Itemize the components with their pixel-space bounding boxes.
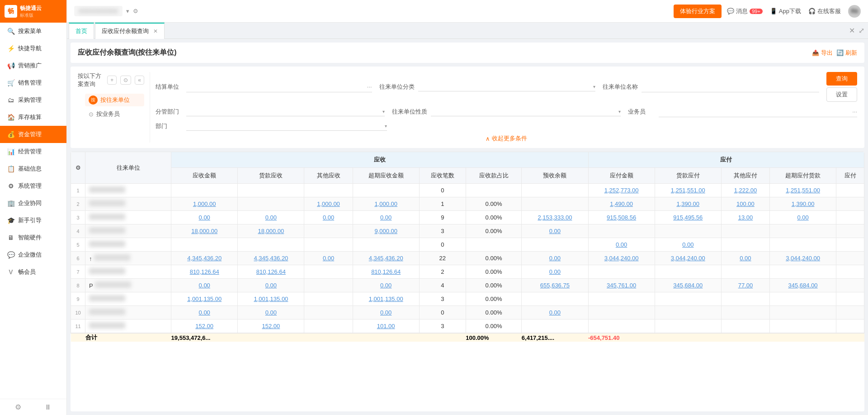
tab-close-icon[interactable]: ✕	[153, 28, 158, 34]
tab-ar-ap[interactable]: 应收应付余额查询 ✕	[95, 23, 165, 39]
data-table: ⚙ 往来单位 应收 应付 应收金额 货款应收 其他应收 超期应收金额 应收笔数 …	[71, 152, 864, 342]
filter-scheme-by-unit[interactable]: 按 按往来单位	[85, 94, 144, 106]
search-icon: 🔍	[7, 28, 14, 35]
wechat-icon: 💬	[7, 251, 14, 258]
service-icon: 🎧	[808, 8, 816, 14]
filter-field-dept: 分管部门 ▾	[156, 107, 385, 116]
chevron-down-nature-icon: ▾	[618, 109, 621, 114]
salesperson-input[interactable]	[659, 108, 852, 115]
refresh-btn[interactable]: 🔄 刷新	[836, 49, 857, 57]
refresh-icon: 🔄	[836, 49, 844, 56]
messages-btn[interactable]: 💬 消息 99+	[727, 7, 763, 15]
table-row: 30.000.000.000.0090.00%2,153,333.00915,5…	[71, 211, 864, 224]
settlement-unit-input[interactable]	[186, 83, 367, 90]
filter-add-btn[interactable]: +	[107, 76, 117, 85]
user-avatar[interactable]: Rit	[848, 5, 861, 18]
logo: 畅 畅捷通云 标准版	[0, 0, 66, 23]
export-btn[interactable]: 📤 导出	[812, 49, 833, 57]
online-service-btn[interactable]: 🎧 在线客服	[808, 7, 841, 15]
guide-icon: 🎓	[7, 217, 14, 224]
logo-icon: 畅	[5, 5, 17, 18]
member-icon: V	[7, 268, 14, 276]
filter-schemes: 按 按往来单位 ⊙ 按业务员	[85, 94, 144, 120]
sidebar-item-basic[interactable]: 📋 基础信息	[0, 160, 66, 177]
filter-row-1: 结算单位 ··· 往来单位分类 ▾	[156, 72, 857, 102]
corp-icon: 🏢	[7, 200, 14, 207]
sidebar-item-purchase[interactable]: 🗂 采购管理	[0, 91, 66, 109]
page-header: 应收应付余额查询(按往来单位) 📤 导出 🔄 刷新	[71, 43, 864, 63]
table-row: 8P0.000.000.0040.00%655,636.75345,761.00…	[71, 279, 864, 292]
tab-actions: ✕ ⤢	[849, 26, 868, 35]
salesperson-dots[interactable]: ···	[852, 108, 857, 115]
gear-icon[interactable]: ⚙	[133, 8, 138, 14]
filter-scheme-by-staff[interactable]: ⊙ 按业务员	[85, 108, 144, 120]
table-row: 91,001,135.001,001,135.001,001,135.0030.…	[71, 292, 864, 306]
filter-left: 按以下方案查询 + ⊙ « 按 按往来单位 ⊙ 按业务员	[78, 72, 150, 143]
tab-home[interactable]: 首页	[69, 23, 94, 39]
table-row: 11152.00152.00101.0030.00%	[71, 320, 864, 334]
filter-row-3: 部门 ▾	[156, 122, 857, 131]
dept-select[interactable]: ▾	[186, 107, 385, 116]
sidebar-item-hardware[interactable]: 🖥 智能硬件	[0, 229, 66, 246]
footer-ar-amount: 19,553,472,6...	[171, 333, 238, 342]
app-download-btn[interactable]: 📱 App下载	[770, 7, 801, 15]
finance-icon: 💰	[7, 131, 14, 138]
filter-field-unit-nature: 往来单位性质 ▾	[392, 107, 621, 116]
industry-btn[interactable]: 体验行业方案	[674, 5, 722, 18]
settings-icon: ⚙	[75, 164, 81, 171]
subdept-select[interactable]: ▾	[186, 122, 387, 131]
collapse-more-btn[interactable]: ∧ 收起更多条件	[156, 134, 857, 143]
footer-label: 合计	[85, 333, 171, 342]
close-window-icon[interactable]: ✕	[849, 26, 855, 35]
settlement-unit-dots[interactable]: ···	[367, 83, 372, 90]
dropdown-icon[interactable]: ▾	[126, 8, 129, 14]
logo-text: 畅捷通云 标准版	[20, 5, 42, 19]
collapse-sidebar-icon[interactable]: ⏸	[44, 403, 52, 411]
main-area: XXXXXXXXXX ▾ ⚙ 体验行业方案 💬 消息 99+ 📱 App下载 🎧…	[67, 0, 868, 415]
sidebar-item-finance[interactable]: 💰 资金管理	[0, 126, 66, 143]
sidebar-item-operation[interactable]: 📊 经营管理	[0, 143, 66, 160]
sidebar-item-guide[interactable]: 🎓 新手引导	[0, 212, 66, 229]
sidebar-item-wechat[interactable]: 💬 企业微信	[0, 246, 66, 263]
table-row: 500.000.00	[71, 238, 864, 252]
filter-field-unit-name: 往来单位名称	[603, 81, 819, 92]
page-title: 应收应付余额查询(按往来单位)	[78, 48, 177, 57]
maximize-icon[interactable]: ⤢	[859, 26, 864, 35]
sidebar-item-corp[interactable]: 🏢 企业协同	[0, 195, 66, 212]
sidebar-item-quick[interactable]: ⚡ 快捷导航	[0, 40, 66, 57]
footer-ap-amount: -654,751.40	[588, 333, 655, 342]
sidebar-item-marketing[interactable]: 📢 营销推广	[0, 57, 66, 74]
settings-bottom-icon[interactable]: ⚙	[15, 403, 21, 411]
table-row: 6↑4,345,436.204,345,436.200.004,345,436.…	[71, 252, 864, 265]
filter-container: 按以下方案查询 + ⊙ « 按 按往来单位 ⊙ 按业务员	[78, 72, 857, 143]
query-btn[interactable]: 查询	[826, 72, 857, 86]
page-actions: 📤 导出 🔄 刷新	[812, 49, 857, 57]
filter-settings-btn[interactable]: 设置	[826, 87, 857, 102]
sales-icon: 🛒	[7, 79, 14, 86]
unit-category-select[interactable]: ▾	[418, 82, 596, 91]
table-row: 101,252,773.001,251,551.001,222.001,251,…	[71, 184, 864, 197]
inventory-icon: 🏠	[7, 114, 14, 121]
chevron-down-dept-icon: ▾	[382, 109, 385, 114]
sidebar-item-member[interactable]: V 畅会员	[0, 263, 66, 281]
sidebar: 畅 畅捷通云 标准版 🔍 搜索菜单 ⚡ 快捷导航 📢 营销推广 🛒 销售管理 🗂…	[0, 0, 67, 415]
filter-row-2: 分管部门 ▾ 往来单位性质 ▾	[156, 106, 857, 117]
sidebar-item-search[interactable]: 🔍 搜索菜单	[0, 23, 66, 40]
sidebar-item-inventory[interactable]: 🏠 库存核算	[0, 109, 66, 126]
filter-scheme-manage-btn[interactable]: ⊙	[120, 76, 131, 85]
settings-col-header[interactable]: ⚙	[71, 152, 85, 184]
unit-nature-select[interactable]: ▾	[431, 107, 621, 116]
scheme-unit-icon: 按	[89, 95, 98, 105]
tab-bar: 首页 应收应付余额查询 ✕ ✕ ⤢	[67, 23, 868, 39]
marketing-icon: 📢	[7, 62, 14, 69]
top-header: XXXXXXXXXX ▾ ⚙ 体验行业方案 💬 消息 99+ 📱 App下载 🎧…	[67, 0, 868, 23]
filter-collapse-btn[interactable]: «	[135, 76, 144, 85]
breadcrumb-area: XXXXXXXXXX ▾ ⚙	[74, 6, 668, 16]
unit-name-input[interactable]	[642, 81, 819, 92]
sidebar-item-system[interactable]: ⚙ 系统管理	[0, 177, 66, 195]
filter-field-salesperson: 业务员 ···	[628, 106, 857, 117]
sidebar-item-sales[interactable]: 🛒 销售管理	[0, 74, 66, 91]
filter-header: 按以下方案查询 + ⊙ «	[78, 72, 144, 88]
header-icons: 💬 消息 99+ 📱 App下载 🎧 在线客服 Rit	[727, 5, 861, 18]
sidebar-bottom: ⚙ ⏸	[0, 399, 66, 415]
